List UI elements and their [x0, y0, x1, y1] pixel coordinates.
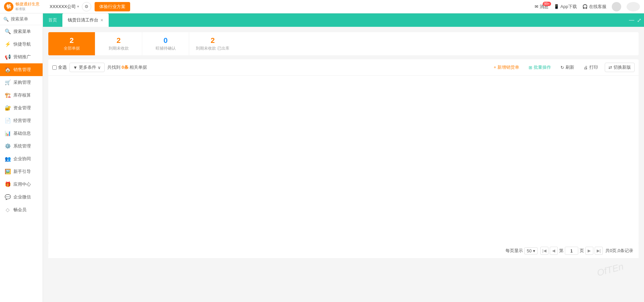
batch-label: 批量操作	[534, 64, 551, 70]
sidebar-label-9: 系统管理	[13, 143, 31, 149]
trial-button[interactable]: 体验行业方案	[95, 2, 130, 11]
sidebar-icon-0: 🔍	[5, 28, 11, 35]
sidebar-icon-11: 🖼️	[5, 169, 11, 175]
sidebar-item-10[interactable]: 👥企业协同	[0, 153, 43, 165]
tab-home[interactable]: 首页	[43, 13, 62, 27]
check-all-checkbox[interactable]	[52, 65, 57, 70]
stats-shipped-num: 2	[195, 36, 231, 45]
sidebar-label-14: 畅会员	[13, 207, 26, 213]
toolbar: 全选 ▼ 更多条件 ∨ 共找到 0条 相关单据 + 新增销货单 ⊞ 批量操作 ↻…	[48, 59, 639, 76]
found-text: 共找到 0条 相关单据	[107, 64, 147, 70]
sidebar-label-13: 企业微信	[13, 194, 31, 200]
batch-icon: ⊞	[529, 65, 532, 70]
logo-text-block: 畅捷通好生意 标准版	[15, 2, 40, 12]
company-selector[interactable]: XXXXXX公司 ▾	[50, 4, 79, 10]
page-prev-button[interactable]: ◀	[550, 247, 558, 255]
sidebar-label-1: 快捷导航	[13, 41, 31, 47]
sidebar-label-5: 库存核算	[13, 92, 31, 98]
tab-work-bench[interactable]: 钱货日清工作台 ✕	[62, 13, 109, 27]
sidebar-icon-8: 📊	[5, 130, 11, 136]
page-size-dropdown[interactable]: 50 ▾	[524, 247, 537, 254]
sidebar-icon-4: 🛒	[5, 79, 11, 85]
filter-icon: ▼	[73, 65, 77, 70]
pagination: 每页显示 50 ▾ |◀ ◀ 第 页 ▶ ▶| 共0页,0条记录	[48, 243, 639, 258]
sidebar-icon-1: ⚡	[5, 41, 11, 47]
print-label: 打印	[589, 64, 598, 70]
sidebar-icon-5: 🏗️	[5, 92, 11, 98]
online-service-label: 在线客服	[589, 4, 606, 10]
sidebar-icon-13: 💬	[5, 194, 11, 200]
page-size-arrow-icon: ▾	[533, 248, 535, 253]
sidebar-item-9[interactable]: ⚙️系统管理	[0, 140, 43, 153]
message-icon: ✉	[535, 4, 538, 9]
sidebar-item-11[interactable]: 🖼️新手引导	[0, 165, 43, 178]
sidebar-label-6: 资金管理	[13, 105, 31, 111]
sidebar-icon-12: 🎁	[5, 181, 11, 187]
sidebar-label-8: 基础信息	[13, 130, 31, 136]
sidebar-item-3[interactable]: 🏠销售管理	[0, 63, 43, 76]
page-last-button[interactable]: ▶|	[595, 247, 603, 255]
sidebar-label-7: 经营管理	[13, 118, 31, 124]
stats-tab-shipped[interactable]: 2 到期未收款 已出库	[189, 32, 236, 55]
sidebar-icon-7: 📄	[5, 118, 11, 124]
toolbar-left: 全选 ▼ 更多条件 ∨ 共找到 0条 相关单据	[52, 63, 487, 72]
avatar[interactable]	[612, 2, 621, 11]
sidebar-icon-3: 🏠	[5, 67, 11, 73]
sidebar-label-0: 搜索菜单	[13, 28, 31, 35]
tab-bar-actions: — ⤢	[629, 17, 644, 23]
sidebar-item-1[interactable]: ⚡快捷导航	[0, 38, 43, 51]
refresh-label: 刷新	[566, 64, 574, 70]
filter-label: 更多条件	[79, 64, 96, 70]
sidebar-item-6[interactable]: 🔐资金管理	[0, 102, 43, 114]
stats-tab-wangfu[interactable]: 0 旺辅待确认	[142, 32, 189, 55]
stats-tab-all[interactable]: 2 全部单据	[48, 32, 95, 55]
stats-wangfu-label: 旺辅待确认	[148, 46, 183, 51]
page-next-button[interactable]: ▶	[585, 247, 593, 255]
print-button[interactable]: 🖨 打印	[581, 63, 601, 72]
stats-tabs: 2 全部单据 2 到期未收款 0 旺辅待确认 2 到期未收款 已出库	[48, 32, 639, 55]
switch-version-button[interactable]: ⇄ 切换新版	[605, 63, 635, 72]
message-area[interactable]: ✉ 消息 99+	[535, 4, 548, 10]
add-order-button[interactable]: + 新增销货单	[491, 63, 522, 72]
sidebar-label-3: 销售管理	[13, 67, 31, 73]
toolbar-right: + 新增销货单 ⊞ 批量操作 ↻ 刷新 🖨 打印 ⇄ 切换新版	[491, 63, 635, 72]
app-download[interactable]: 📱 App下载	[554, 4, 577, 10]
check-all[interactable]: 全选	[52, 64, 67, 70]
page-first-button[interactable]: |◀	[540, 247, 548, 255]
sidebar-icon-2: 📢	[5, 54, 11, 60]
sidebar-search[interactable]: 🔍 搜索菜单	[0, 13, 43, 25]
page-nav: |◀ ◀ 第 页 ▶ ▶|	[540, 247, 603, 255]
tab-maximize-icon[interactable]: ⤢	[637, 17, 641, 23]
logo-subtitle: 标准版	[15, 7, 40, 11]
sidebar-item-2[interactable]: 📢营销推广	[0, 51, 43, 63]
found-num: 0条	[122, 65, 128, 70]
refresh-button[interactable]: ↻ 刷新	[558, 63, 577, 72]
batch-action-button[interactable]: ⊞ 批量操作	[526, 63, 554, 72]
sidebar-item-0[interactable]: 🔍搜索菜单	[0, 25, 43, 38]
sidebar-item-13[interactable]: 💬企业微信	[0, 191, 43, 203]
online-service[interactable]: 🎧 在线客服	[582, 4, 606, 10]
sidebar-item-7[interactable]: 📄经营管理	[0, 114, 43, 127]
download-icon: 📱	[554, 4, 559, 9]
tab-minimize-icon[interactable]: —	[629, 17, 634, 23]
logo-area: 畅 畅捷通好生意 标准版	[4, 2, 47, 12]
sidebar-item-8[interactable]: 📊基础信息	[0, 127, 43, 140]
page-size-value: 50	[527, 248, 531, 253]
stats-tab-overdue[interactable]: 2 到期未收款	[95, 32, 142, 55]
top-bar: 畅 畅捷通好生意 标准版 XXXXXX公司 ▾ ⚙ 体验行业方案 ✉ 消息 99…	[0, 0, 644, 13]
page-label: 第	[559, 248, 564, 254]
filter-button[interactable]: ▼ 更多条件 ∨	[69, 63, 105, 72]
sidebar-item-4[interactable]: 🛒采购管理	[0, 76, 43, 89]
sidebar-item-5[interactable]: 🏗️库存核算	[0, 89, 43, 102]
tab-close-icon[interactable]: ✕	[100, 18, 103, 22]
sidebar-icon-14: ◇	[5, 207, 11, 213]
page-suffix: 页	[580, 248, 584, 254]
message-badge: 99+	[543, 2, 551, 6]
tab-home-label: 首页	[48, 17, 57, 23]
switch-icon: ⇄	[608, 65, 612, 70]
sidebar-item-12[interactable]: 🎁应用中心	[0, 178, 43, 191]
sidebar-item-14[interactable]: ◇畅会员	[0, 203, 43, 216]
sidebar-icon-6: 🔐	[5, 105, 11, 111]
page-number-input[interactable]	[565, 247, 578, 255]
settings-icon[interactable]: ⚙	[82, 2, 91, 11]
